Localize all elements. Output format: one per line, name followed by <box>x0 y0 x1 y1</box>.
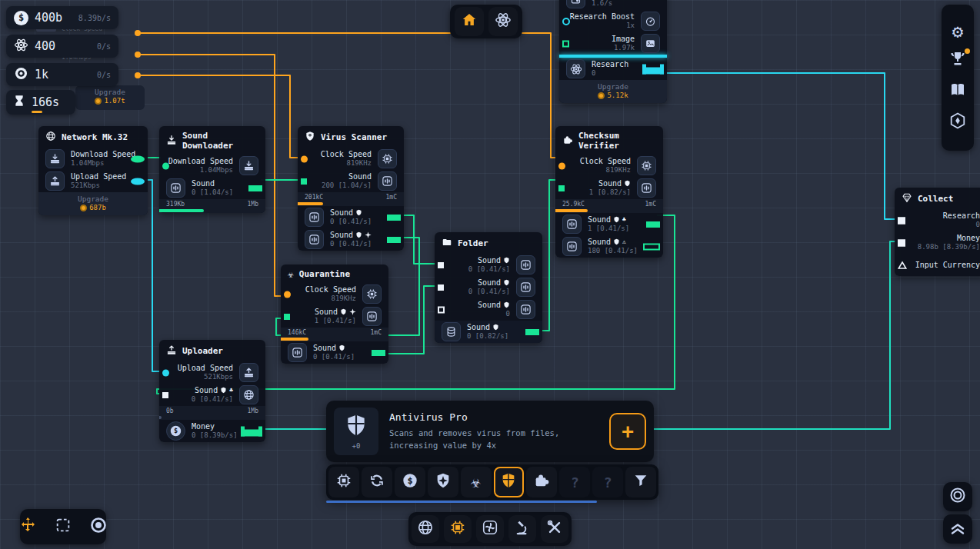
currency-input-port[interactable] <box>898 258 907 272</box>
clock-input-port[interactable] <box>284 291 291 298</box>
node-title: Sound Downloader <box>182 131 258 151</box>
image-value: 1.97k <box>614 44 635 53</box>
dock-cooling-tab[interactable] <box>476 515 504 543</box>
research-upgrade-button[interactable]: Upgrade 5.12k <box>559 80 667 103</box>
node-network[interactable]: Network Mk.32 Download Speed 1.04Mbps Up… <box>38 126 148 215</box>
buffer-bar <box>298 202 323 205</box>
shop-tab-refresh[interactable] <box>362 467 392 497</box>
sound-output-port[interactable] <box>248 185 262 191</box>
shop-tab-biohazard[interactable]: ☣ <box>461 467 492 497</box>
row-label: Sound <box>467 322 490 332</box>
clock-input-port[interactable] <box>301 155 308 162</box>
shop-tab-cpu[interactable] <box>328 467 359 497</box>
prestige-hex-icon[interactable] <box>948 111 967 133</box>
circle-tool[interactable] <box>84 512 113 541</box>
shop-tab-virus-shield[interactable] <box>428 467 458 497</box>
shop-tab-shield-selected[interactable] <box>494 467 525 497</box>
settings-gear-icon[interactable]: ⚙ <box>952 22 963 41</box>
node-checksum-verifier[interactable]: Checksum Verifier Clock Speed 819KHz Sou… <box>555 126 663 258</box>
node-title: Network Mk.32 <box>62 132 128 142</box>
output-port-2[interactable] <box>643 243 660 250</box>
cpu-icon <box>637 156 656 175</box>
shield-tag-icon <box>220 387 227 394</box>
dock-network-tab[interactable] <box>412 515 439 543</box>
marquee-select-tool[interactable] <box>48 512 78 541</box>
dock-hardware-tab[interactable] <box>444 515 472 543</box>
move-tool[interactable] <box>13 512 42 541</box>
circle-tool-icon <box>89 516 108 537</box>
sound-clean-output-row: Sound 0 [0.41/s] <box>298 206 404 228</box>
buffer-current: 319Kb <box>166 201 185 208</box>
cpu-icon <box>378 149 397 168</box>
research-speed-row: Research Speed 1.6/s <box>559 0 667 10</box>
sound-input-port[interactable] <box>162 392 168 398</box>
globe-icon <box>417 519 434 539</box>
game-canvas[interactable]: Clock Speed 1.04Mbps Upgrade 1.07t $ 400… <box>0 0 980 549</box>
node-title: Folder <box>458 238 488 248</box>
node-quarantine[interactable]: ☣ Quarantine Clock Speed 819KHz Sound 1 … <box>281 265 388 364</box>
wiki-book-icon[interactable] <box>948 81 967 102</box>
input-port-1[interactable] <box>438 262 444 268</box>
research-boost-input-port[interactable] <box>562 18 570 25</box>
upgrade-label: Upgrade <box>78 195 108 203</box>
row-label: Sound <box>478 255 501 265</box>
research-station-panel[interactable]: Research Speed 1.6/s Research Boost 1x I… <box>559 0 667 103</box>
upload-tray-icon <box>166 344 177 358</box>
focus-button[interactable] <box>943 482 972 511</box>
row-value: 200 [1.04/s] <box>322 181 372 191</box>
side-menu: ⚙ <box>942 5 974 151</box>
dock-tools-tab[interactable] <box>541 515 568 543</box>
upload-output-port[interactable] <box>131 178 145 185</box>
cpu-icon <box>335 472 352 492</box>
money-input-port[interactable] <box>898 239 905 246</box>
clock-input-port[interactable] <box>558 162 565 169</box>
shop-tab-filter[interactable] <box>625 467 656 497</box>
sound-input-port[interactable] <box>284 314 290 320</box>
input-port-3[interactable] <box>438 306 445 313</box>
shop-tab-locked-1: ? <box>559 467 590 497</box>
output-port[interactable] <box>525 329 539 335</box>
buy-button[interactable]: + <box>609 413 646 450</box>
download-speed-row: Download Speed 1.04Mbps <box>159 155 265 177</box>
node-folder[interactable]: Folder Sound 0 [0.41/s] Sound 0 [0.41/s]… <box>435 232 542 343</box>
node-sound-downloader[interactable]: Sound Downloader Download Speed 1.04Mbps… <box>159 126 265 213</box>
output-port[interactable] <box>372 350 385 356</box>
node-virus-scanner[interactable]: Virus Scanner Clock Speed 819KHz Sound 2… <box>298 126 404 251</box>
image-input-port[interactable] <box>562 40 569 47</box>
shop-tab-puzzle[interactable] <box>526 467 557 497</box>
buffer-max: 1mC <box>645 201 656 208</box>
collapse-button[interactable] <box>943 514 972 544</box>
achievements-trophy-icon[interactable] <box>948 50 967 72</box>
row-value: 0 [0.41/s] <box>330 240 372 249</box>
research-input-port[interactable] <box>898 217 905 224</box>
row-value: 0 <box>976 221 980 230</box>
research-output-port[interactable] <box>642 64 664 74</box>
home-tab[interactable] <box>455 7 484 36</box>
download-tray-icon <box>166 135 177 148</box>
shop-toolbar-scrollbar[interactable] <box>326 501 597 503</box>
research-boost-row: Research Boost 1x <box>559 10 667 32</box>
output-port-1[interactable] <box>646 221 660 228</box>
money-output-port[interactable] <box>241 426 262 436</box>
folder-icon <box>442 237 452 250</box>
node-collect[interactable]: Collect Research 0 Money 8.98b [8.39b/s]… <box>895 188 980 276</box>
input-port-2[interactable] <box>438 284 444 291</box>
dock-research-tab[interactable] <box>508 515 536 543</box>
speed-input-port[interactable] <box>162 369 169 376</box>
research-tab[interactable] <box>488 7 518 36</box>
upgrade-cost: 687b <box>89 204 106 211</box>
download-output-port[interactable] <box>131 155 145 162</box>
output-port-1[interactable] <box>387 215 401 221</box>
shop-tab-money[interactable]: $ <box>395 467 425 497</box>
network-upgrade-button[interactable]: Upgrade 687b <box>38 192 148 215</box>
speed-input-port[interactable] <box>162 162 169 169</box>
output-port-2[interactable] <box>387 237 401 243</box>
sound-input-port[interactable] <box>558 185 565 191</box>
hud-upgrade-button[interactable]: Upgrade 1.07t <box>75 85 145 110</box>
node-uploader[interactable]: Uploader Upload Speed 521Kbps Sound ♣ 0 … <box>159 340 265 442</box>
buffer: 25.9kC 1mC <box>555 199 663 213</box>
owned-count: +0 <box>352 442 361 450</box>
timer-value: 166s <box>32 95 59 109</box>
buffer-max: 1Mb <box>248 201 258 208</box>
sound-input-port[interactable] <box>301 178 307 185</box>
